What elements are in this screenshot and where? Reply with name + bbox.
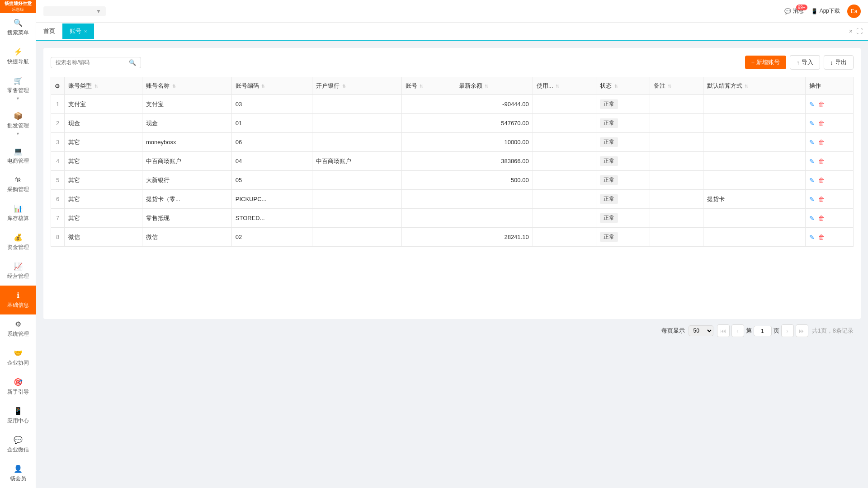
sidebar-item-enterprise-collab[interactable]: 🤝 企业协同 (0, 343, 36, 372)
sidebar-item-guide[interactable]: 🎯 新手引导 (0, 372, 36, 401)
row-name: 支付宝 (142, 95, 232, 114)
sidebar-item-enterprise-wechat[interactable]: 💬 企业微信 (0, 430, 36, 459)
col-payment[interactable]: 默认结算方式 ⇅ (703, 77, 805, 95)
edit-button[interactable]: ✎ (809, 158, 815, 165)
sidebar-item-operations[interactable]: 📈 经营管理 (0, 257, 36, 286)
col-account[interactable]: 账号 ⇅ (401, 77, 455, 95)
delete-button[interactable]: 🗑 (818, 120, 825, 127)
col-settings[interactable]: ⚙ (51, 77, 65, 95)
status-badge: 正常 (600, 213, 618, 223)
tab-minimize-icon[interactable]: × (849, 28, 853, 35)
delete-button[interactable]: 🗑 (818, 101, 825, 108)
action-buttons: ✎ 🗑 (809, 101, 849, 108)
row-status: 正常 (596, 228, 650, 247)
row-account (401, 228, 455, 247)
chevron-down-icon: ▼ (16, 96, 20, 101)
sort-balance-icon: ⇅ (485, 84, 488, 89)
page-size-dropdown[interactable]: 50 100 200 (689, 325, 713, 336)
table-search-input[interactable] (56, 59, 126, 66)
delete-button[interactable]: 🗑 (818, 234, 825, 241)
page-size-select[interactable]: 50 100 200 (689, 325, 713, 336)
sidebar-item-app-center[interactable]: 📱 应用中心 (0, 401, 36, 430)
edit-button[interactable]: ✎ (809, 101, 815, 108)
delete-button[interactable]: 🗑 (818, 177, 825, 184)
sidebar-item-ecommerce[interactable]: 💻 电商管理 (0, 141, 36, 170)
tab-close-icon[interactable]: × (84, 28, 87, 34)
tab-account[interactable]: 账号 × (62, 23, 94, 39)
table-row: 3 其它 moneybosx 06 10000.00 正常 ✎ 🗑 (51, 133, 854, 152)
import-icon: ↑ (797, 59, 800, 66)
row-balance (455, 190, 533, 209)
col-bank[interactable]: 开户银行 ⇅ (312, 77, 402, 95)
sidebar-item-wholesale[interactable]: 📦 批发管理 ▼ (0, 106, 36, 141)
delete-button[interactable]: 🗑 (818, 215, 825, 222)
delete-button[interactable]: 🗑 (818, 158, 825, 165)
page-size-label: 每页显示 (661, 327, 685, 335)
sidebar-item-quick-nav[interactable]: ⚡ 快捷导航 (0, 42, 36, 71)
row-balance: -90444.00 (455, 95, 533, 114)
user-avatar[interactable]: Ea (847, 5, 861, 18)
tab-home[interactable]: 首页 (36, 23, 62, 39)
add-account-button[interactable]: + 新增账号 (745, 56, 786, 69)
edit-button[interactable]: ✎ (809, 234, 815, 241)
col-name[interactable]: 账号名称 ⇅ (142, 77, 232, 95)
content-card: 🔍 + 新增账号 ↑ 导入 ↓ 导出 (43, 48, 861, 319)
header-search[interactable]: ▼ (43, 6, 106, 16)
row-payment (703, 152, 805, 171)
page-first-button[interactable]: ⏮ (717, 324, 730, 337)
edit-button[interactable]: ✎ (809, 177, 815, 184)
row-type: 其它 (65, 171, 142, 190)
row-index: 8 (51, 228, 65, 247)
message-button[interactable]: 💬 消息 99+ (784, 7, 804, 15)
sidebar-item-retail[interactable]: 🛒 零售管理 ▼ (0, 71, 36, 106)
app-download-button[interactable]: 📱 App下载 (811, 7, 840, 15)
status-badge: 正常 (600, 118, 618, 128)
edit-button[interactable]: ✎ (809, 139, 815, 146)
sidebar-item-label: 企业协同 (7, 359, 29, 367)
col-balance[interactable]: 最新余额 ⇅ (455, 77, 533, 95)
table-row: 5 其它 大新银行 05 500.00 正常 ✎ 🗑 (51, 171, 854, 190)
row-usage (533, 171, 596, 190)
col-code[interactable]: 账号编码 ⇅ (231, 77, 312, 95)
system-icon: ⚙ (15, 320, 21, 328)
search-icon: 🔍 (129, 59, 136, 66)
row-account (401, 133, 455, 152)
delete-button[interactable]: 🗑 (818, 196, 825, 203)
avatar-placeholder: Ea (851, 8, 858, 14)
row-code: PICKUPC... (231, 190, 312, 209)
row-status: 正常 (596, 171, 650, 190)
col-status[interactable]: 状态 ⇅ (596, 77, 650, 95)
sidebar-item-purchase[interactable]: 🛍 采购管理 (0, 170, 36, 199)
page-next-button[interactable]: › (781, 324, 794, 337)
table-body: 1 支付宝 支付宝 03 -90444.00 正常 ✎ 🗑 2 现金 现金 01 (51, 95, 854, 247)
sidebar-item-basic-info[interactable]: ℹ 基础信息 (0, 286, 36, 314)
row-bank (312, 228, 402, 247)
header-search-input[interactable] (48, 8, 93, 14)
row-type: 微信 (65, 228, 142, 247)
sidebar-item-search[interactable]: 🔍 搜索菜单 (0, 13, 36, 42)
page-last-button[interactable]: ⏭ (796, 324, 808, 337)
sidebar-item-member[interactable]: 👤 畅会员 (0, 459, 36, 488)
table-search-wrap[interactable]: 🔍 (51, 57, 141, 68)
sidebar-item-inventory[interactable]: 📊 库存核算 (0, 199, 36, 228)
col-usage[interactable]: 使用... ⇅ (533, 77, 596, 95)
sidebar-item-system[interactable]: ⚙ 系统管理 (0, 314, 36, 343)
row-note (650, 190, 703, 209)
sort-status-icon: ⇅ (614, 84, 618, 89)
edit-button[interactable]: ✎ (809, 120, 815, 127)
import-button[interactable]: ↑ 导入 (790, 55, 820, 70)
sidebar-item-finance[interactable]: 💰 资金管理 (0, 228, 36, 257)
export-button[interactable]: ↓ 导出 (824, 55, 854, 70)
action-buttons: ✎ 🗑 (809, 120, 849, 127)
edit-button[interactable]: ✎ (809, 215, 815, 222)
col-note[interactable]: 备注 ⇅ (650, 77, 703, 95)
col-type[interactable]: 账号类型 ⇅ (65, 77, 142, 95)
export-icon: ↓ (830, 59, 834, 66)
page-prev-button[interactable]: ‹ (731, 324, 744, 337)
tab-expand-icon[interactable]: ⛶ (856, 28, 863, 35)
app-center-icon: 📱 (14, 407, 23, 415)
row-balance: 28241.10 (455, 228, 533, 247)
page-number-input[interactable] (754, 326, 772, 336)
edit-button[interactable]: ✎ (809, 196, 815, 203)
delete-button[interactable]: 🗑 (818, 139, 825, 146)
